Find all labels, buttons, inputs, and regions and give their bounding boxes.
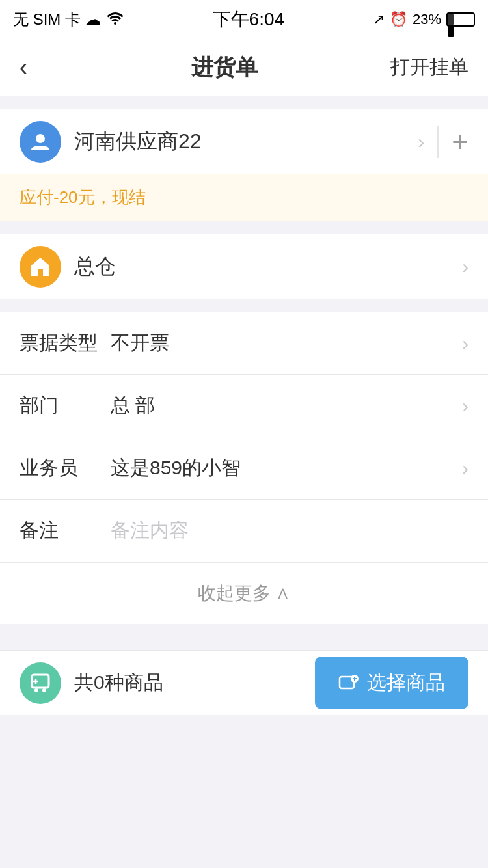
status-right: ↗ ⏰ 23% — [373, 11, 475, 28]
invoice-type-value: 不开票 — [111, 330, 462, 357]
supplier-name: 河南供应商22 — [74, 128, 418, 156]
department-label: 部门 — [20, 392, 111, 419]
salesman-row[interactable]: 业务员 这是859的小智 › — [0, 437, 488, 500]
warehouse-chevron-icon: › — [462, 256, 468, 278]
person-icon — [29, 130, 52, 154]
sim-label: 无 SIM 卡 ☁ — [13, 9, 101, 30]
bottom-bar: 共0种商品 选择商品 — [0, 650, 488, 715]
back-button[interactable]: ‹ — [20, 54, 59, 81]
select-product-label: 选择商品 — [367, 670, 445, 696]
remark-label: 备注 — [20, 517, 111, 544]
location-icon: ↗ — [373, 11, 385, 28]
wifi-icon — [106, 10, 124, 29]
svg-point-3 — [42, 688, 46, 692]
salesman-value: 这是859的小智 — [111, 455, 462, 481]
section-gap-4 — [0, 624, 488, 637]
warehouse-name: 总仓 — [74, 252, 462, 281]
supplier-avatar — [20, 121, 61, 163]
alarm-icon: ⏰ — [390, 11, 407, 28]
battery-label: 23% — [413, 11, 441, 28]
section-gap-3 — [0, 299, 488, 312]
collapse-row[interactable]: 收起更多 ∧ — [0, 562, 488, 624]
nav-bar: ‹ 进货单 打开挂单 — [0, 39, 488, 96]
invoice-type-row[interactable]: 票据类型 不开票 › — [0, 312, 488, 375]
salesman-chevron-icon: › — [462, 457, 468, 480]
department-chevron-icon: › — [462, 395, 468, 417]
department-value: 总 部 — [111, 392, 462, 419]
salesman-label: 业务员 — [20, 455, 111, 481]
remark-row[interactable]: 备注 备注内容 — [0, 500, 488, 562]
remark-input[interactable]: 备注内容 — [111, 517, 468, 544]
supplier-chevron-icon: › — [418, 131, 424, 153]
warehouse-icon — [20, 246, 61, 288]
home-icon — [29, 255, 52, 278]
open-pending-button[interactable]: 打开挂单 — [390, 54, 468, 81]
warehouse-row[interactable]: 总仓 › — [0, 234, 488, 299]
product-icon — [20, 662, 61, 704]
add-supplier-button[interactable]: + — [452, 126, 468, 158]
department-row[interactable]: 部门 总 部 › — [0, 375, 488, 437]
select-product-icon — [338, 673, 359, 694]
status-left: 无 SIM 卡 ☁ — [13, 9, 124, 30]
svg-point-2 — [34, 688, 38, 692]
select-product-button[interactable]: 选择商品 — [315, 657, 468, 709]
section-gap-2 — [0, 221, 488, 234]
supplier-section: 河南供应商22 › + 应付-20元，现结 — [0, 109, 488, 221]
supplier-divider — [437, 126, 439, 158]
section-gap-1 — [0, 96, 488, 109]
status-bar: 无 SIM 卡 ☁ 下午6:04 ↗ ⏰ 23% — [0, 0, 488, 39]
time-label: 下午6:04 — [213, 7, 285, 32]
invoice-type-label: 票据类型 — [20, 330, 111, 357]
notice-banner: 应付-20元，现结 — [0, 174, 488, 221]
battery-icon — [446, 12, 475, 27]
product-count-label: 共0种商品 — [74, 670, 315, 696]
invoice-type-chevron-icon: › — [462, 332, 468, 355]
svg-point-0 — [36, 134, 45, 143]
warehouse-section: 总仓 › — [0, 234, 488, 299]
collapse-label: 收起更多 ∧ — [198, 581, 291, 606]
page-title: 进货单 — [191, 53, 258, 83]
form-section: 票据类型 不开票 › 部门 总 部 › 业务员 这是859的小智 › 备注 备注… — [0, 312, 488, 624]
cart-icon — [29, 672, 51, 694]
supplier-row[interactable]: 河南供应商22 › + — [0, 109, 488, 174]
